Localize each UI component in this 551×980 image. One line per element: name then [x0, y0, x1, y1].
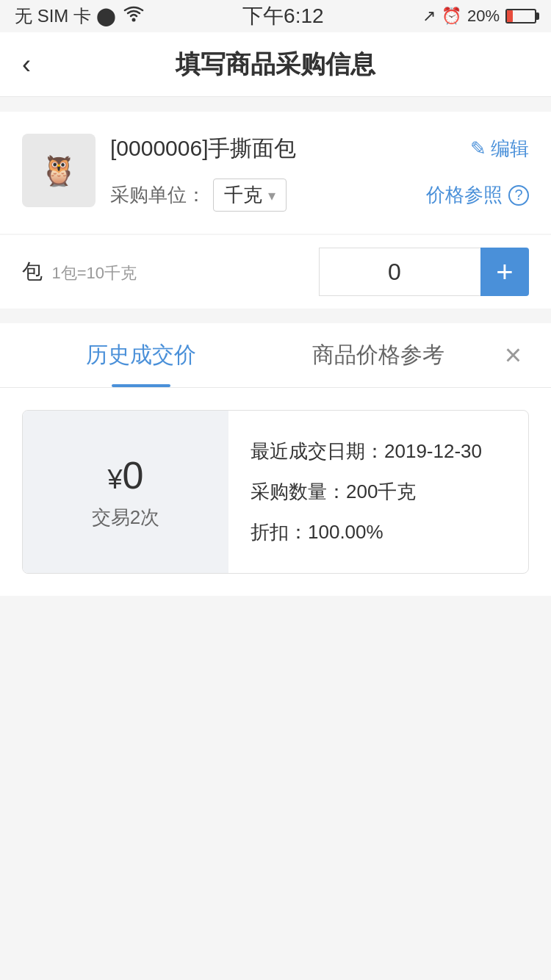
- tab-close-button[interactable]: ×: [497, 339, 529, 372]
- history-price-panel: ¥0 交易2次: [23, 411, 228, 573]
- history-detail-panel: 最近成交日期：2019-12-30 采购数量：200千克 折扣：100.00%: [228, 411, 528, 573]
- last-trade-date-key: 最近成交日期：: [251, 440, 384, 462]
- tab-bar: 历史成交价 商品价格参考 ×: [0, 323, 551, 388]
- history-card: ¥0 交易2次 最近成交日期：2019-12-30 采购数量：200千克 折扣：…: [22, 410, 529, 574]
- quantity-conversion: 1包=10千克: [51, 264, 137, 282]
- location-icon: ↗: [422, 7, 436, 26]
- quantity-label-wrap: 包 1包=10千克: [22, 258, 137, 286]
- tab-reference-label: 商品价格参考: [312, 340, 444, 370]
- quantity-row: 包 1包=10千克 +: [0, 235, 551, 309]
- battery-percent: 20%: [467, 7, 500, 26]
- unit-select[interactable]: 千克 ▾: [213, 179, 287, 212]
- quantity-input[interactable]: [319, 248, 480, 296]
- tab-price-reference[interactable]: 商品价格参考: [259, 323, 497, 387]
- quantity-input-wrap: +: [151, 248, 529, 296]
- back-button[interactable]: ‹: [22, 49, 31, 80]
- tab-section: 历史成交价 商品价格参考 × ¥0 交易2次 最近成交日期：2019-12-30…: [0, 323, 551, 596]
- price-value: 0: [123, 454, 144, 497]
- alarm-icon: ⏰: [442, 7, 461, 26]
- currency-symbol: ¥: [108, 464, 123, 494]
- page-title: 填写商品采购信息: [176, 48, 375, 82]
- unit-label: 采购单位：: [110, 182, 206, 208]
- purchase-quantity-key: 采购数量：: [251, 480, 346, 502]
- history-content: ¥0 交易2次 最近成交日期：2019-12-30 采购数量：200千克 折扣：…: [0, 388, 551, 596]
- product-unit-row: 采购单位： 千克 ▾ 价格参照 ?: [110, 179, 529, 212]
- tab-history-price[interactable]: 历史成交价: [22, 323, 259, 387]
- product-header: [0000006]手撕面包 ✎ 编辑: [110, 134, 529, 164]
- sim-status: 无 SIM 卡 ⬤: [15, 4, 116, 28]
- status-time: 下午6:12: [242, 2, 324, 30]
- last-trade-date-value: 2019-12-30: [384, 440, 482, 462]
- product-icon-symbol: 🦉: [40, 154, 77, 188]
- product-card: 🦉 [0000006]手撕面包 ✎ 编辑 采购单位： 千克 ▾ 价格参照 ?: [0, 112, 551, 234]
- tab-active-indicator: [112, 384, 170, 387]
- product-image: 🦉: [22, 134, 96, 207]
- chevron-down-icon: ▾: [268, 187, 276, 204]
- product-name: [0000006]手撕面包: [110, 134, 296, 164]
- status-right: ↗ ⏰ 20%: [422, 7, 536, 26]
- price-ref-label: 价格参照: [426, 182, 503, 208]
- price-reference-button[interactable]: 价格参照 ?: [426, 182, 529, 208]
- wifi-icon: [123, 6, 144, 26]
- history-price-display: ¥0: [108, 453, 144, 497]
- edit-button[interactable]: ✎ 编辑: [470, 136, 529, 162]
- edit-icon: ✎: [470, 137, 486, 160]
- product-info: [0000006]手撕面包 ✎ 编辑 采购单位： 千克 ▾ 价格参照 ?: [110, 134, 529, 212]
- quantity-plus-button[interactable]: +: [480, 248, 529, 296]
- edit-label: 编辑: [491, 136, 529, 162]
- trade-count: 交易2次: [92, 505, 159, 530]
- battery-icon: [505, 9, 536, 24]
- svg-point-0: [132, 18, 135, 22]
- discount-value: 100.00%: [308, 521, 383, 543]
- tab-history-label: 历史成交价: [86, 340, 196, 370]
- last-trade-date: 最近成交日期：2019-12-30: [251, 437, 506, 466]
- status-left: 无 SIM 卡 ⬤: [15, 4, 144, 28]
- purchase-quantity: 采购数量：200千克: [251, 478, 506, 506]
- quantity-unit-label: 包: [22, 260, 43, 283]
- nav-bar: ‹ 填写商品采购信息: [0, 32, 551, 97]
- discount-key: 折扣：: [251, 521, 308, 543]
- price-ref-help-icon: ?: [508, 185, 529, 206]
- status-bar: 无 SIM 卡 ⬤ 下午6:12 ↗ ⏰ 20%: [0, 0, 551, 32]
- discount-rate: 折扣：100.00%: [251, 518, 506, 547]
- purchase-quantity-value: 200千克: [346, 480, 416, 502]
- unit-value: 千克: [224, 182, 262, 208]
